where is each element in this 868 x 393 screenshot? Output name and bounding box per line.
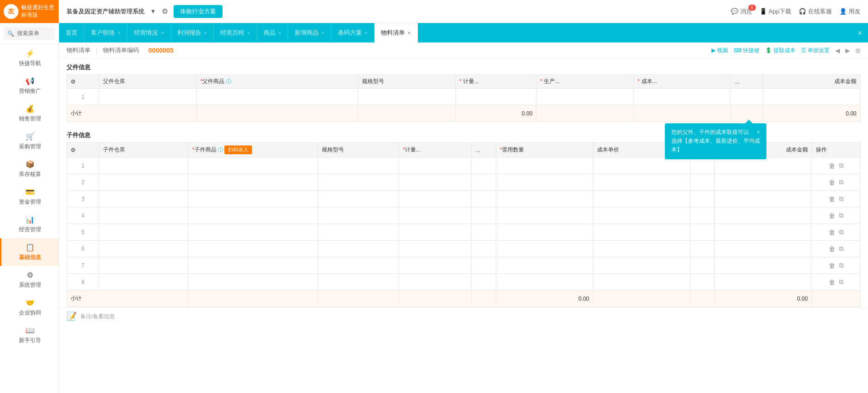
child-row-8-unit-cost[interactable] [593, 274, 690, 290]
child-row-6-warehouse[interactable] [99, 241, 188, 257]
child-row-7-unit[interactable] [399, 257, 472, 274]
delete-icon[interactable]: 🗑 [829, 262, 835, 269]
child-row-5-warehouse[interactable] [99, 224, 188, 241]
child-row-1-warehouse[interactable] [99, 157, 188, 174]
gear-icon[interactable]: ⚙ [162, 7, 168, 16]
app-download-button[interactable]: 📱 App下载 [760, 7, 791, 16]
child-row-7-product[interactable] [188, 257, 318, 274]
child-row-1-spec[interactable] [318, 157, 398, 174]
sidebar-item-inventory[interactable]: 📦 库存核算 [0, 155, 59, 183]
copy-icon[interactable]: ⧉ [839, 212, 844, 219]
child-row-8-qty[interactable] [496, 274, 593, 290]
shortcut-button[interactable]: ⌨ 快捷键 [734, 47, 760, 54]
child-row-2-unit-cost[interactable] [593, 174, 690, 191]
search-menu-button[interactable]: 🔍 搜索菜单 [4, 27, 55, 40]
tab-close-customer[interactable]: × [118, 30, 121, 36]
grid-view-icon[interactable]: ⊞ [856, 47, 861, 54]
child-row-6-qty[interactable] [496, 241, 593, 257]
sidebar-item-finance[interactable]: 💳 资金管理 [0, 183, 59, 211]
sidebar-item-sales[interactable]: 💰 销售管理 [0, 100, 59, 127]
parent-spec-cell[interactable] [358, 89, 455, 105]
child-row-7-spec[interactable] [318, 257, 398, 274]
child-row-4-qty[interactable] [496, 207, 593, 224]
child-row-4-spec[interactable] [318, 207, 398, 224]
child-row-4-unit[interactable] [399, 207, 472, 224]
child-row-6-spec[interactable] [318, 241, 398, 257]
child-row-5-product[interactable] [188, 224, 318, 241]
child-row-5-spec[interactable] [318, 224, 398, 241]
breadcrumb-item-1[interactable]: 物料清单 [66, 46, 90, 54]
extract-cost-button[interactable]: 💲 提取成本 [765, 47, 796, 54]
child-row-2-qty[interactable] [496, 174, 593, 191]
scan-input-button[interactable]: 扫码录入 [224, 145, 252, 154]
user-button[interactable]: 👤 用友 [839, 7, 861, 16]
tab-home[interactable]: 首页 [59, 23, 84, 42]
copy-icon[interactable]: ⧉ [839, 162, 844, 169]
copy-icon[interactable]: ⧉ [839, 195, 844, 203]
delete-icon[interactable]: 🗑 [829, 212, 835, 219]
tab-close-new-product[interactable]: × [321, 30, 324, 36]
single-setting-button[interactable]: ☰ 单据设置 [801, 47, 830, 54]
child-row-3-warehouse[interactable] [99, 191, 188, 207]
child-row-1-unit-cost[interactable] [593, 157, 690, 174]
child-row-4-warehouse[interactable] [99, 207, 188, 224]
child-row-8-warehouse[interactable] [99, 274, 188, 290]
sidebar-item-operations[interactable]: 📊 经营管理 [0, 211, 59, 238]
child-row-4-unit-cost[interactable] [593, 207, 690, 224]
child-col-gear[interactable]: ⚙ [67, 143, 99, 157]
child-row-2-unit[interactable] [399, 174, 472, 191]
child-row-5-unit-cost[interactable] [593, 224, 690, 241]
sidebar-item-guide[interactable]: 📖 新手引导 [0, 321, 59, 349]
child-row-3-qty[interactable] [496, 191, 593, 207]
child-row-2-product[interactable] [188, 174, 318, 191]
delete-icon[interactable]: 🗑 [829, 162, 835, 169]
parent-production-cell[interactable] [536, 89, 633, 105]
tab-close-barcode[interactable]: × [365, 30, 368, 36]
child-row-7-qty[interactable] [496, 257, 593, 274]
tab-barcode[interactable]: 条码方案 × [332, 23, 374, 42]
trial-button[interactable]: 体验行业方案 [174, 5, 223, 18]
child-row-1-unit[interactable] [399, 157, 472, 174]
child-row-7-warehouse[interactable] [99, 257, 188, 274]
tab-operations-status[interactable]: 经营情况 × [127, 23, 170, 42]
delete-icon[interactable]: 🗑 [829, 195, 835, 203]
child-row-5-qty[interactable] [496, 224, 593, 241]
view-video-button[interactable]: ▶ 视频 [711, 47, 728, 54]
sidebar-item-quick-nav[interactable]: ⚡ 快捷导航 [0, 44, 59, 72]
child-row-3-product[interactable] [188, 191, 318, 207]
child-row-8-unit[interactable] [399, 274, 472, 290]
tab-close-history[interactable]: × [247, 30, 250, 36]
parent-warehouse-cell[interactable] [99, 89, 196, 105]
child-row-6-unit[interactable] [399, 241, 472, 257]
sidebar-item-purchase[interactable]: 🛒 采购管理 [0, 127, 59, 155]
message-button[interactable]: 💬 消息 6 [731, 7, 752, 16]
sidebar-item-system[interactable]: ⚙ 系统管理 [0, 266, 59, 294]
copy-icon[interactable]: ⧉ [839, 261, 844, 269]
delete-icon[interactable]: 🗑 [829, 229, 835, 236]
sidebar-item-enterprise[interactable]: 🤝 企业协同 [0, 294, 59, 321]
nav-next-icon[interactable]: ▶ [845, 47, 850, 54]
sidebar-search[interactable]: 🔍 搜索菜单 [0, 23, 59, 44]
parent-unit-cell[interactable] [455, 89, 536, 105]
tooltip-close-button[interactable]: × [757, 128, 760, 137]
close-all-tabs-button[interactable]: ✕ [852, 30, 868, 36]
child-row-4-product[interactable] [188, 207, 318, 224]
copy-icon[interactable]: ⧉ [839, 178, 844, 186]
child-row-3-unit[interactable] [399, 191, 472, 207]
online-service-button[interactable]: 🎧 在线客服 [799, 7, 832, 16]
sidebar-item-marketing[interactable]: 📢 营销推广 [0, 72, 59, 100]
child-row-6-product[interactable] [188, 241, 318, 257]
delete-icon[interactable]: 🗑 [829, 278, 835, 286]
sidebar-item-basic-info[interactable]: 📋 基础信息 [0, 238, 59, 266]
parent-cost-cell[interactable] [633, 89, 730, 105]
copy-icon[interactable]: ⧉ [839, 228, 844, 236]
nav-prev-icon[interactable]: ◀ [835, 47, 840, 54]
tab-bom[interactable]: 物料清单 × [374, 23, 417, 42]
tab-product[interactable]: 商品 × [257, 23, 288, 42]
delete-icon[interactable]: 🗑 [829, 179, 835, 186]
tab-new-product[interactable]: 新增商品 × [288, 23, 331, 42]
child-row-1-qty[interactable] [496, 157, 593, 174]
child-row-3-spec[interactable] [318, 191, 398, 207]
child-row-8-spec[interactable] [318, 274, 398, 290]
parent-product-cell[interactable] [196, 89, 358, 105]
